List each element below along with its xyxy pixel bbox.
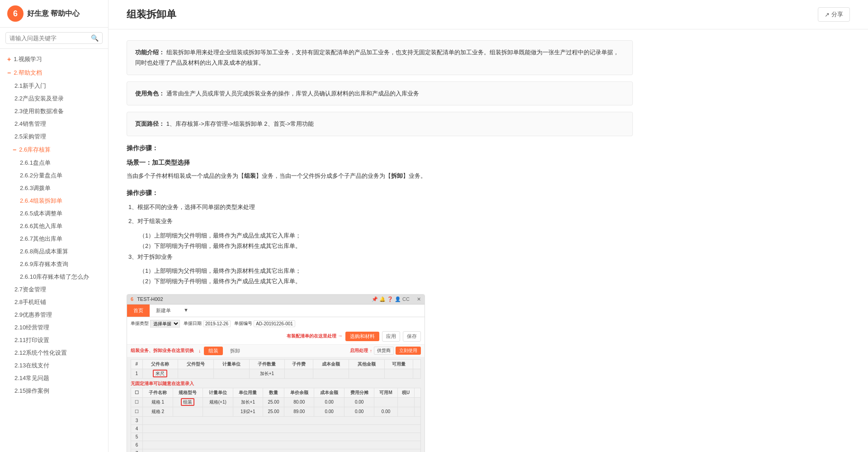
sidebar-item-stock-ledger[interactable]: 2.6.9库存账本查询 xyxy=(0,258,108,271)
step3-1: （1）上部明细为父件明细，最终作为原材料生成其它出库单； xyxy=(139,266,633,276)
scene1-title: 场景一：加工类型选择 xyxy=(127,159,633,167)
sidebar-item-install[interactable]: 2.2产品安装及登录 xyxy=(0,92,108,105)
cell-empty4: 6 xyxy=(131,441,143,449)
path-label: 页面路径： xyxy=(135,120,165,127)
sidebar-item-payment[interactable]: 2.13在线支付 xyxy=(0,359,108,372)
cell-avail xyxy=(384,369,413,378)
sidebar-item-partial-stocktake[interactable]: 2.6.2分量盘点单 xyxy=(0,169,108,182)
mock-assemble-tab[interactable]: 组装 xyxy=(204,347,223,355)
cell-ops xyxy=(413,369,420,378)
cell-sub-avail2: 0.00 xyxy=(374,407,397,416)
cell-empty1: 3 xyxy=(131,416,143,424)
sidebar-item-coupon[interactable]: 2.9优惠券管理 xyxy=(0,309,108,321)
cell-sub-qty2: 25.00 xyxy=(263,407,284,416)
sidebar-item-cases[interactable]: 2.15操作案例 xyxy=(0,385,108,397)
mock-titlebar: 6 TEST-H002 📌 🔔 ❓ 👤 CC ✕ xyxy=(127,295,425,305)
path-block: 页面路径： 1、库存核算->库存管理->组装拆卸单 2、首页->常用功能 xyxy=(127,112,633,136)
sidebar-item-cost-recalc[interactable]: 2.6.8商品成本重算 xyxy=(0,245,108,258)
col-parent-model: 父件型号 xyxy=(178,359,214,369)
table-row: ☐ 规格 1 组装 规格(+1) 加长+1 25.00 80.00 0.00 0… xyxy=(131,397,421,407)
sidebar-item-finance[interactable]: 2.7资金管理 xyxy=(0,283,108,296)
cell-name-highlight: 米尺 xyxy=(153,370,167,377)
sidebar-item-label: 2.6库存核算 xyxy=(19,146,51,154)
sidebar-item-label: 1.视频学习 xyxy=(14,55,42,63)
col-parent-name: 父件名称 xyxy=(142,359,178,369)
annotation1-text: 有装配清单的在这里处理 xyxy=(287,333,336,338)
sidebar-item-cost-adjust[interactable]: 2.6.5成本调整单 xyxy=(0,207,108,220)
mock-right-controls: 有装配清单的在这里处理 → 选购和材料 应用 保存 xyxy=(287,331,421,342)
mock-action-btn[interactable]: 应用 xyxy=(382,331,400,342)
sidebar-item-other-inbound[interactable]: 2.6.6其他入库单 xyxy=(0,220,108,233)
article-content: 功能介绍： 组装拆卸单用来处理企业组装或拆卸等加工业务，支持有固定装配清单的产品… xyxy=(108,29,651,452)
cell-sub-costamt: 0.00 xyxy=(314,397,344,407)
logo-icon: 6 xyxy=(7,5,24,22)
sidebar-item-print[interactable]: 2.11打印设置 xyxy=(0,334,108,347)
col-unit: 计量单位 xyxy=(213,359,249,369)
col-sub-avail: 可用M xyxy=(374,388,397,397)
cell-empty-cols2 xyxy=(143,424,421,433)
step2: 2、对于组装业务 xyxy=(128,216,633,226)
steps-subtitle: 操作步骤： xyxy=(127,189,633,197)
search-input[interactable] xyxy=(9,35,91,42)
search-box[interactable]: 🔍 xyxy=(5,32,103,44)
mock-select-material-btn[interactable]: 选购和材料 xyxy=(345,332,379,341)
path-text: 1、库存核算->库存管理->组装拆卸单 2、首页->常用功能 xyxy=(166,120,314,127)
cell-sub-name2: 规格 2 xyxy=(143,407,173,416)
arrow-icon: → xyxy=(338,333,343,338)
sidebar-item-purchase[interactable]: 2.5采购管理 xyxy=(0,130,108,143)
mock-save-btn[interactable]: 保存 xyxy=(403,331,421,342)
mock-type-select[interactable]: 选择单据 xyxy=(150,320,180,328)
mock-close[interactable]: ✕ xyxy=(417,296,421,302)
mock-company: TEST-H002 xyxy=(137,296,163,302)
sidebar-item-ops[interactable]: 2.10经营管理 xyxy=(0,321,108,334)
sidebar-item-faq[interactable]: 2.14常见问题 xyxy=(0,372,108,385)
mock-apply-btn[interactable]: 立刻使用 xyxy=(396,347,421,355)
field-label: 单据类型 xyxy=(131,320,149,327)
col-sub-other: 费用分摊 xyxy=(344,388,374,397)
cell-unit xyxy=(213,369,249,378)
scene1-desc: 当由多个子件材料组装成一个成品的业务为【组装】业务，当由一个父件拆分成多个子产品… xyxy=(127,171,633,181)
ops-title: 操作步骤： xyxy=(127,144,633,152)
cell-sub-spec2 xyxy=(173,407,203,416)
mock-disassemble-tab[interactable]: 拆卸 xyxy=(226,347,245,355)
sidebar-item-personalize[interactable]: 2.12系统个性化设置 xyxy=(0,347,108,359)
sidebar-item-transfer[interactable]: 2.6.3调拨单 xyxy=(0,182,108,195)
sidebar-item-data-prep[interactable]: 2.3使用前数据准备 xyxy=(0,105,108,118)
mock-nav-tab-new[interactable]: 新建单 xyxy=(150,305,177,317)
sidebar-item-sales[interactable]: 2.4销售管理 xyxy=(0,118,108,130)
col-sub-ops xyxy=(414,388,420,397)
mock-nav-tab-active[interactable]: 首页 xyxy=(127,305,150,317)
sidebar-item-new-user[interactable]: 2.1新手入门 xyxy=(0,80,108,92)
sidebar-item-video-learning[interactable]: + 1.视频学习 xyxy=(0,52,108,66)
step3-2: （2）下部明细为子件明细，最终作为产成品生成其它入库单。 xyxy=(139,276,633,286)
cell-other-amt xyxy=(349,369,385,378)
sidebar-item-assembly[interactable]: 2.6.4组装拆卸单 xyxy=(0,195,108,207)
collapse-icon-inventory: − xyxy=(13,146,16,153)
table-row: 6 xyxy=(131,441,421,449)
share-icon: ↗ xyxy=(825,11,830,18)
sidebar-item-other-outbound[interactable]: 2.6.7其他出库单 xyxy=(0,233,108,245)
sidebar-item-stock-error[interactable]: 2.6.10库存账本错了怎么办 xyxy=(0,271,108,283)
mock-enable-area: 启用处理 ↑ 供货商 立刻使用 xyxy=(350,347,421,355)
sidebar-item-stocktake[interactable]: 2.6.1盘点单 xyxy=(0,157,108,169)
sidebar-item-help-docs[interactable]: − 2.帮助文档 xyxy=(0,66,108,80)
cell-sub-uqty2: 1到2+1 xyxy=(233,407,263,416)
page-title: 组装拆卸单 xyxy=(127,8,176,21)
nav-tree: + 1.视频学习 − 2.帮助文档 2.1新手入门 2.2产品安装及登录 2.3… xyxy=(0,49,108,452)
sidebar-item-mobile[interactable]: 2.8手机旺铺 xyxy=(0,296,108,309)
sidebar-item-inventory[interactable]: − 2.6库存核算 xyxy=(0,143,108,157)
cell-sub-price: 80.00 xyxy=(284,397,314,407)
screenshot-container: 6 TEST-H002 📌 🔔 ❓ 👤 CC ✕ 首页 新建单 ▼ 单据类型 xyxy=(127,294,425,452)
field-label: 单据日期 xyxy=(184,320,202,327)
table-row: 7 xyxy=(131,449,421,452)
share-button[interactable]: ↗ 分享 xyxy=(818,7,850,22)
col-sub-act: 税U xyxy=(397,388,414,397)
cell-sub-tax2 xyxy=(397,407,414,416)
mock-subtabs: 组装业务、拆卸业务在这里切换 ↓ 组装 拆卸 启用处理 ↑ 供货商 立刻使用 xyxy=(127,345,425,357)
cell-sub-unit2: 规格(+1) xyxy=(203,397,233,407)
expand-icon: + xyxy=(7,56,11,63)
sidebar: 6 好生意 帮助中心 🔍 + 1.视频学习 − 2.帮助文档 2.1新手入门 2… xyxy=(0,0,108,452)
cell-sub-qty: 25.00 xyxy=(263,397,284,407)
col-sub-unit: 计量单位 xyxy=(203,388,233,397)
cell-check: ☐ xyxy=(131,397,143,407)
